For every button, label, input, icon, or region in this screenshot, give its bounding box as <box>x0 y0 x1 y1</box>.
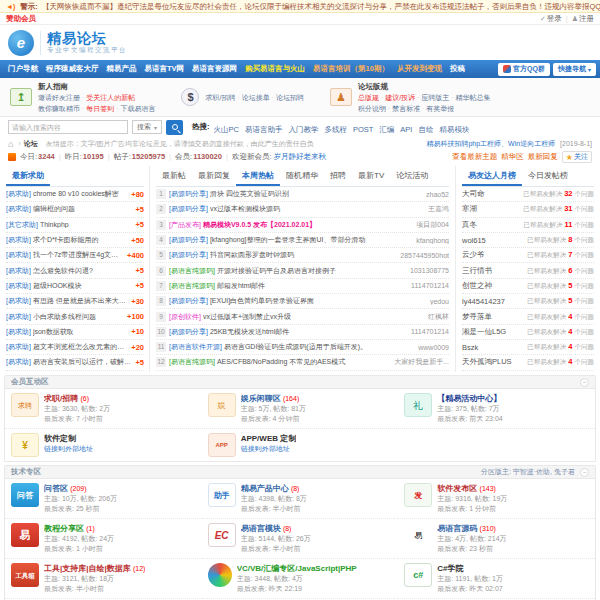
forum-cell[interactable]: 发 软件发布区 (143) 主题: 9316, 帖数: 19万 最后发表: 1 … <box>398 479 595 519</box>
helper-name[interactable]: 创世之神 <box>462 281 527 291</box>
topic-title[interactable]: 怎么避免软件闪退? <box>33 266 133 276</box>
guide-link[interactable]: 论坛接单 <box>235 94 269 101</box>
topic-tag[interactable]: [易求助] <box>6 342 31 352</box>
topic-tag[interactable]: [易语言软件开源] <box>169 342 222 352</box>
help-topic-row[interactable]: [易求助] chrome 80 v10 cookies解密 +80 <box>6 187 144 202</box>
nav-item[interactable]: 易语言培训（第10期） <box>309 60 393 78</box>
guide-link[interactable]: 总版规 <box>358 94 379 101</box>
ranking-row[interactable]: ly445414237 已帮易友解决5个问题 <box>462 294 594 309</box>
follow-button[interactable]: ★关注 <box>562 151 592 163</box>
help-topic-row[interactable]: [易求助] 易语言安装后可以运行，破解以后.. +5 <box>6 355 144 370</box>
topic-author[interactable]: 项目部004 <box>416 220 449 230</box>
forum-cell[interactable]: EC 易语言模块 (8) 主题: 5144, 帖数: 26万 最后发表: 半小时… <box>202 519 399 559</box>
newest-member-link[interactable]: 岁月静好老来秋 <box>274 152 327 161</box>
topic-title[interactable]: 超级HOOK模块 <box>33 281 133 291</box>
site-logo[interactable]: e 精易论坛 专业中文编程交流平台 <box>8 30 127 56</box>
help-topic-row[interactable]: [易求助] 求个D*f卡图标能用的 +50 <box>6 233 144 248</box>
hot-topic-row[interactable]: 4 [易源码分享] [kfanghong]整理的一套登录主界面UI、带部分滑动 … <box>156 233 449 248</box>
forum-cell[interactable]: 工具箱 工具|支持库|自绘|数据库 (12) 主题: 3121, 帖数: 18万… <box>5 559 202 599</box>
stats-quick-link[interactable]: 查看最新主题 <box>452 152 497 162</box>
forum-last-post[interactable]: 最后发表: 半小时前 <box>241 544 311 554</box>
hot-keyword-link[interactable]: 汇编 <box>379 125 394 134</box>
hot-topic-row[interactable]: 8 [易源码分享] [EXUI]白色简约单码登录验证界面 yedou <box>156 294 449 309</box>
home-icon[interactable]: ⌂ <box>8 139 13 149</box>
forum-last-post[interactable]: 最后发表: 7 小时前 <box>44 414 110 424</box>
topic-tag[interactable]: [易求助] <box>6 327 31 337</box>
hot-panel-tab[interactable]: 随机精华 <box>280 166 324 186</box>
login-link[interactable]: ✓登录 <box>540 13 562 25</box>
topic-tag[interactable]: [易源码分享] <box>169 296 208 306</box>
topic-author[interactable]: yedou <box>430 298 449 305</box>
topic-tag[interactable]: [易源码分享] <box>169 204 208 214</box>
collapse-icon[interactable]: − <box>580 468 589 477</box>
forum-cell[interactable]: 娱 娱乐闲聊区 (164) 主题: 5万, 帖数: 81万 最后发表: 4 分钟… <box>202 389 399 428</box>
hot-keyword-link[interactable]: API <box>400 125 412 134</box>
topic-author[interactable]: 1031308775 <box>410 267 449 274</box>
nav-item[interactable]: 精易产品 <box>103 60 141 78</box>
external-link[interactable]: 链接到外部地址 <box>44 445 93 452</box>
help-topic-row[interactable]: [易求助] json数据获取 +10 <box>6 325 144 340</box>
forum-name-link[interactable]: 易语言模块 <box>241 524 281 533</box>
topic-tag[interactable]: [易求助] <box>6 235 31 245</box>
topic-title[interactable]: 精易模块V9.0.5 发布【2021.02.01】 <box>203 220 412 230</box>
quick-nav-button[interactable]: 快捷导航▾ <box>553 63 596 76</box>
ranking-tab[interactable]: 易友达人月榜 <box>462 166 522 186</box>
topic-author[interactable]: 王嘉鸿 <box>428 204 449 214</box>
forum-cell[interactable]: 求聘 求职/招聘 (6) 主题: 3630, 帖数: 2万 最后发表: 7 小时… <box>5 389 202 428</box>
topic-tag[interactable]: [易源码分享] <box>169 327 208 337</box>
hot-topic-row[interactable]: 9 [原创软件] vx过低版本+强制禁止vx升级 红枫林 <box>156 309 449 324</box>
helper-name[interactable]: 真冬 <box>462 220 524 230</box>
zone-moderators[interactable]: 分区版主: 宇智波·佐助, 兔子君 <box>481 467 575 477</box>
ranking-row[interactable]: wol615 已帮易友解决8个问题 <box>462 233 594 248</box>
helper-name[interactable]: 三行情书 <box>462 266 527 276</box>
forum-name-link[interactable]: 问答区 <box>44 484 68 493</box>
forum-cell[interactable]: ¥ 软件定制 链接到外部地址 <box>5 429 202 461</box>
topic-tag[interactable]: [易源码分享] <box>169 235 208 245</box>
topic-tag[interactable]: [易求助] <box>6 189 31 199</box>
hot-topic-row[interactable]: 1 [易源码分享] 滑块 四位英文验证码识别 zhao52 <box>156 187 449 202</box>
nav-item[interactable]: 购买易语言与火山 <box>241 60 309 78</box>
forum-last-post[interactable]: 最后发表: 1 分钟前 <box>437 504 507 514</box>
hot-panel-tab[interactable]: 招聘 <box>324 166 352 186</box>
forum-last-post[interactable]: 最后发表: 昨天 02:07 <box>437 584 503 594</box>
topic-title[interactable]: vx过低版本+强制禁止vx升级 <box>203 312 424 322</box>
help-topic-row[interactable]: [易求助] 有思路 但是就是搞不出来大佬帮.. +30 <box>6 294 144 309</box>
help-topic-row[interactable]: [易求助] 找一个7z带进度解压4g文件的源码.. +400 <box>6 248 144 263</box>
forum-last-post[interactable]: 最后发表: 1 小时前 <box>44 544 114 554</box>
forum-last-post[interactable]: 最后发表: 25 秒前 <box>44 504 117 514</box>
forum-last-post[interactable]: 最后发表: 昨天 22:19 <box>237 584 357 594</box>
topic-title[interactable]: 抖音同款圆形罗盘时钟源码 <box>210 250 396 260</box>
ranking-row[interactable]: 寒湖 已帮易友解决31个问题 <box>462 202 594 217</box>
hot-panel-tab[interactable]: 最新回复 <box>192 166 236 186</box>
hot-panel-tab[interactable]: 论坛活动 <box>390 166 434 186</box>
topic-author[interactable]: 大家好我是新手... <box>394 357 449 367</box>
forum-name-link[interactable]: 【精易活动中心】 <box>437 394 501 403</box>
topic-tag[interactable]: [产品发布] <box>169 220 201 230</box>
guide-link[interactable]: 禁言标准 <box>386 105 420 112</box>
hot-panel-tab[interactable]: 最新TV <box>352 166 390 186</box>
topic-title[interactable]: 超文本浏览框怎么改元素的背景颜.. <box>33 342 128 352</box>
forum-cell[interactable]: VC/VB/汇编专区/JavaScript|PHP 主题: 3448, 帖数: … <box>202 559 399 599</box>
forum-last-post[interactable]: 最后发表: 前天 23:04 <box>437 414 502 424</box>
hot-keyword-link[interactable]: 精易模块 <box>439 125 469 134</box>
forum-name-link[interactable]: 精易产品中心 <box>241 484 289 493</box>
hot-topic-row[interactable]: 10 [易源码分享] 25KB无模块发送html邮件 1114701214 <box>156 325 449 340</box>
breadcrumb-forum-link[interactable]: 论坛 <box>24 139 38 149</box>
topic-tag[interactable]: [易求助] <box>6 312 31 322</box>
guide-link[interactable]: 有奖举报 <box>420 105 454 112</box>
helper-name[interactable]: 梦寻落单 <box>462 312 527 322</box>
nav-item[interactable]: 易语言资源网 <box>188 60 241 78</box>
search-type-select[interactable]: 搜索▾ <box>132 120 162 134</box>
topic-author[interactable]: 1114701214 <box>411 328 449 335</box>
topic-title[interactable]: 滑块 四位英文验证码识别 <box>210 189 422 199</box>
guide-link[interactable]: 每日签到 <box>80 105 114 112</box>
topic-tag[interactable]: [其它求助] <box>6 220 38 230</box>
helper-name[interactable]: 云少爷 <box>462 250 527 260</box>
guide-link[interactable]: 下载易语言 <box>114 105 155 112</box>
ranking-row[interactable]: 三行情书 已帮易友解决6个问题 <box>462 263 594 278</box>
helper-name[interactable]: wol615 <box>462 236 527 245</box>
helper-name[interactable]: 大司命 <box>462 189 523 199</box>
guide-link[interactable]: 论坛招聘 <box>270 94 304 101</box>
forum-last-post[interactable]: 最后发表: 23 秒前 <box>437 544 506 554</box>
topic-tag[interactable]: [易语言纯源码] <box>169 281 215 291</box>
